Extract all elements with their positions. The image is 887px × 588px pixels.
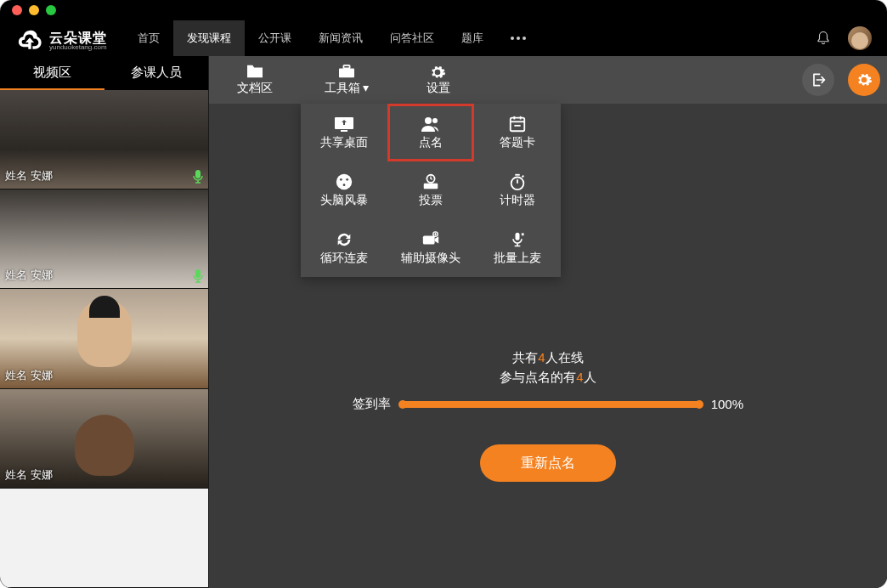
- video-cell[interactable]: 姓名 安娜: [0, 189, 208, 289]
- video-name-label: 姓名 安娜: [5, 268, 53, 283]
- svg-point-19: [346, 178, 348, 181]
- exit-button[interactable]: [802, 64, 834, 96]
- toolbox-timer[interactable]: 计时器: [474, 161, 561, 219]
- share-desktop-icon: [334, 115, 354, 133]
- toolbar-toolbox-label: 工具箱 ▾: [325, 81, 370, 96]
- nav-home[interactable]: 首页: [124, 20, 173, 56]
- toolbar: 文档区 工具箱 ▾ 设置: [209, 56, 887, 104]
- svg-point-11: [432, 118, 438, 123]
- video-name-label: 姓名 安娜: [5, 467, 53, 483]
- close-icon[interactable]: [12, 5, 22, 15]
- cloud-icon: [15, 27, 44, 49]
- toolbox-label: 答题卡: [500, 135, 535, 150]
- timer-icon: [507, 172, 528, 191]
- tab-participants[interactable]: 参课人员: [105, 56, 209, 90]
- online-count-line: 共有4人在线: [512, 350, 583, 366]
- left-column: 视频区 参课人员 姓名 安娜 姓名 安娜 姓名 安娜 姓名 安: [0, 56, 209, 588]
- toolbox-label: 辅助摄像头: [401, 251, 460, 266]
- toolbox-aux-camera[interactable]: 辅助摄像头: [387, 219, 474, 277]
- nav-qa[interactable]: 问答社区: [376, 20, 448, 56]
- nav-bank[interactable]: 题库: [448, 20, 497, 56]
- svg-rect-4: [195, 170, 201, 178]
- folder-icon: [246, 64, 264, 79]
- nav-open-class[interactable]: 公开课: [245, 20, 305, 56]
- toolbox-loop-mic[interactable]: 循环连麦: [301, 219, 387, 277]
- signin-rate-bar: [399, 401, 703, 408]
- toolbox-label: 共享桌面: [320, 135, 368, 150]
- toolbox-rollcall[interactable]: 点名: [387, 104, 474, 161]
- settings-button[interactable]: [848, 64, 880, 96]
- svg-rect-12: [511, 118, 525, 132]
- video-name-label: 姓名 安娜: [5, 168, 53, 184]
- toolbox-label: 批量上麦: [494, 251, 541, 266]
- toolbox-label: 计时器: [500, 193, 535, 208]
- signin-rate-label: 签到率: [353, 396, 391, 412]
- loop-icon: [334, 230, 354, 249]
- people-icon: [421, 115, 441, 133]
- toolbar-settings[interactable]: 设置: [393, 56, 484, 104]
- svg-point-23: [511, 178, 524, 190]
- nav-discover[interactable]: 发现课程: [173, 20, 245, 56]
- toolbox-label: 循环连麦: [320, 251, 368, 266]
- toolbox-share-desktop[interactable]: 共享桌面: [301, 104, 387, 161]
- video-list: 姓名 安娜 姓名 安娜 姓名 安娜 姓名 安娜: [0, 90, 208, 588]
- toolbox-vote[interactable]: 投票: [387, 161, 474, 219]
- maximize-icon[interactable]: [46, 5, 56, 15]
- recall-button[interactable]: 重新点名: [480, 444, 616, 482]
- titlebar: [0, 0, 887, 20]
- batch-mic-icon: [507, 230, 528, 249]
- toolbox-dropdown: 共享桌面 点名 答题卡 头脑风暴 投票: [301, 104, 561, 277]
- video-cell[interactable]: 姓名 安娜: [0, 389, 208, 489]
- svg-rect-5: [195, 269, 201, 278]
- svg-rect-9: [341, 130, 347, 132]
- nav-news[interactable]: 新闻资讯: [305, 20, 376, 56]
- svg-point-1: [511, 37, 514, 40]
- signin-rate-percent: 100%: [711, 397, 743, 411]
- bell-icon[interactable]: [816, 31, 831, 46]
- toolbox-label: 投票: [419, 193, 443, 208]
- toolbox-icon: [337, 64, 356, 79]
- mic-on-icon[interactable]: [193, 170, 203, 184]
- toolbox-batch-mic[interactable]: 批量上麦: [474, 219, 561, 277]
- video-name-label: 姓名 安娜: [5, 368, 53, 383]
- brainstorm-icon: [334, 172, 354, 191]
- svg-point-10: [425, 117, 432, 124]
- toolbar-docs[interactable]: 文档区: [209, 56, 301, 104]
- nav-right: [816, 26, 872, 50]
- svg-point-17: [336, 174, 352, 189]
- camera-icon: [421, 230, 441, 249]
- right-column: 文档区 工具箱 ▾ 设置: [209, 56, 887, 588]
- left-tabs: 视频区 参课人员: [0, 56, 208, 90]
- signin-rate-row: 签到率 100%: [353, 396, 743, 412]
- svg-point-2: [517, 37, 520, 40]
- svg-rect-31: [516, 233, 520, 240]
- gear-icon: [429, 64, 448, 79]
- minimize-icon[interactable]: [29, 5, 39, 15]
- mic-on-icon[interactable]: [193, 269, 203, 283]
- main: 视频区 参课人员 姓名 安娜 姓名 安娜 姓名 安娜 姓名 安: [0, 56, 887, 588]
- nav-more-icon[interactable]: [497, 37, 540, 40]
- logo[interactable]: 云朵课堂 yunduoketang.com: [15, 27, 107, 49]
- svg-line-26: [523, 176, 524, 178]
- vote-icon: [421, 172, 441, 191]
- video-cell[interactable]: 姓名 安娜: [0, 90, 208, 189]
- video-cell[interactable]: [0, 489, 208, 588]
- svg-point-18: [340, 178, 342, 181]
- toolbar-toolbox[interactable]: 工具箱 ▾: [301, 56, 393, 104]
- tab-video-area[interactable]: 视频区: [0, 56, 105, 90]
- svg-rect-6: [339, 68, 354, 77]
- toolbox-brainstorm[interactable]: 头脑风暴: [301, 161, 387, 219]
- svg-rect-7: [343, 65, 349, 69]
- app-window: 云朵课堂 yunduoketang.com 首页 发现课程 公开课 新闻资讯 问…: [0, 0, 887, 588]
- user-avatar[interactable]: [848, 26, 872, 50]
- top-nav: 云朵课堂 yunduoketang.com 首页 发现课程 公开课 新闻资讯 问…: [0, 20, 887, 56]
- toolbar-settings-label: 设置: [427, 81, 450, 96]
- video-cell[interactable]: 姓名 安娜: [0, 289, 208, 388]
- toolbox-answer-card[interactable]: 答题卡: [474, 104, 561, 161]
- svg-rect-21: [424, 184, 438, 189]
- svg-rect-27: [423, 235, 435, 244]
- brand-sub: yunduoketang.com: [49, 43, 107, 51]
- chevron-down-icon: ▾: [363, 81, 369, 94]
- svg-point-3: [523, 37, 526, 40]
- participated-line: 参与点名的有4人: [500, 370, 596, 386]
